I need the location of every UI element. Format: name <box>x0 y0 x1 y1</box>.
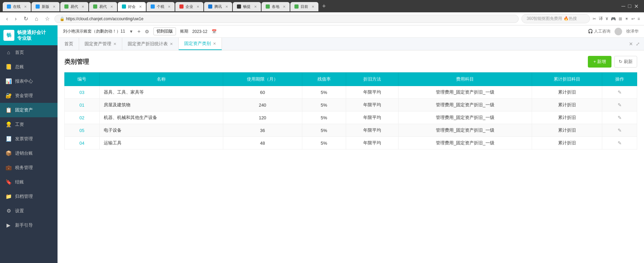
sidebar: 畅 畅捷通好会计 专业版 ⌂首页📒总账📊报表中心🔐资金管理📋固定资产👷工资🧾发票… <box>0 25 58 263</box>
capital-icon: 🔐 <box>5 93 12 99</box>
dropdown-icon[interactable]: ▼ <box>129 29 133 34</box>
payroll-icon: 👷 <box>5 121 12 128</box>
period-label: 账期 <box>180 28 188 34</box>
cell-depreciation-2: 累计折旧 <box>532 111 602 124</box>
sidebar-item-checkout[interactable]: 🔖结账 <box>0 175 58 189</box>
cell-method-1: 年限平均 <box>346 99 399 111</box>
reports-icon: 📊 <box>5 78 12 84</box>
sidebar-item-ledger[interactable]: 📒总账 <box>0 60 58 74</box>
account-name: 刘小艳演示账套（勿删勿动！）11 <box>63 28 125 34</box>
page-tab-fixed-mgmt[interactable]: 固定资产管理✕ <box>79 38 122 50</box>
sidebar-item-inventory[interactable]: 📦进销台账 <box>0 146 58 160</box>
cell-action-3: ✎ <box>602 124 637 137</box>
sidebar-label-inventory: 进销台账 <box>15 150 33 156</box>
cell-residual-0: 5% <box>302 86 346 99</box>
cell-depreciation-1: 累计折旧 <box>532 99 602 111</box>
back-button[interactable]: ‹ <box>4 15 10 23</box>
search-bar[interactable]: 360智能抠图免费用 🔥热搜 <box>521 14 590 23</box>
tax-icon: 💼 <box>5 165 12 171</box>
sidebar-label-home: 首页 <box>15 49 24 56</box>
sidebar-label-guide: 新手引导 <box>15 222 33 228</box>
browser-tab-t10[interactable]: 各地✕ <box>262 2 290 11</box>
cell-method-2: 年限平均 <box>346 111 399 124</box>
tab-expand-icon[interactable]: ⤢ <box>636 41 640 47</box>
sidebar-item-home[interactable]: ⌂首页 <box>0 45 58 60</box>
edit-button-0[interactable]: ✎ <box>618 89 622 95</box>
top-bar: 刘小艳演示账套（勿删勿动！）11 ▼ + ⚙ 切到旧版 账期 2023-12 📅… <box>58 25 644 38</box>
home-button[interactable]: ⌂ <box>33 15 40 23</box>
tab-label-fixed-depreciation: 固定资产折旧统计表 <box>128 41 168 47</box>
cell-action-0: ✎ <box>602 86 637 99</box>
table-row-0: 03 器具、工具、家具等 60 5% 年限平均 管理费用_固定资产折旧_一级 累… <box>65 86 637 99</box>
tab-close-fixed-mgmt[interactable]: ✕ <box>113 42 116 46</box>
url-bar[interactable]: 🔒 https://cloud.chanjet.com/accounting/u… <box>54 15 519 23</box>
sidebar-item-invoice[interactable]: 🧾发票管理 <box>0 132 58 146</box>
new-tab-button[interactable]: + <box>319 1 329 11</box>
cell-residual-3: 5% <box>302 124 346 137</box>
sidebar-item-payroll[interactable]: 👷工资 <box>0 117 58 132</box>
settings-icon[interactable]: ⚙ <box>145 29 149 34</box>
sidebar-item-guide[interactable]: ▶新手引导 <box>0 218 58 232</box>
tab-close-fixed-depreciation[interactable]: ✕ <box>170 42 173 46</box>
tab-minimize-icon[interactable]: ✕ <box>629 41 633 47</box>
tab-bar: 首页固定资产管理✕固定资产折旧统计表✕固定资产类别✕ ✕ ⤢ <box>58 38 644 50</box>
tab-close-fixed-category[interactable]: ✕ <box>213 41 216 46</box>
col-header-0: 编号 <box>65 73 100 86</box>
cell-period-0: 60 <box>223 86 302 99</box>
browser-tab-t1[interactable]: 在线✕ <box>3 2 31 11</box>
add-button[interactable]: + 新增 <box>588 56 611 68</box>
minimize-button[interactable]: ─ <box>621 3 625 10</box>
cell-name-4: 运输工具 <box>99 137 223 150</box>
sidebar-item-archive[interactable]: 📁归档管理 <box>0 189 58 204</box>
sidebar-label-fixed-assets: 固定资产 <box>15 107 33 113</box>
sidebar-item-tax[interactable]: 💼税务管理 <box>0 160 58 175</box>
consult-button[interactable]: 🎧 人工咨询 <box>588 28 610 34</box>
sidebar-item-reports[interactable]: 📊报表中心 <box>0 74 58 88</box>
cell-expense-0: 管理费用_固定资产折旧_一级 <box>399 86 532 99</box>
browser-tab-t2[interactable]: 新版✕ <box>31 2 60 11</box>
forward-button[interactable]: › <box>13 15 18 23</box>
cell-period-3: 36 <box>223 124 302 137</box>
sidebar-item-fixed-assets[interactable]: 📋固定资产 <box>0 103 58 117</box>
browser-tab-t4[interactable]: 易代✕ <box>89 2 117 11</box>
browser-tab-t11[interactable]: 目前✕ <box>290 2 318 11</box>
browser-tab-t9[interactable]: 畅提✕ <box>233 2 261 11</box>
cell-code-1: 01 <box>65 99 100 111</box>
sidebar-item-settings[interactable]: ⚙设置 <box>0 204 58 218</box>
page-tab-home[interactable]: 首页 <box>59 38 79 50</box>
reload-button[interactable]: ↻ <box>22 15 30 23</box>
settings-icon: ⚙ <box>5 208 12 214</box>
category-table: 编号名称使用期限（月）残值率折旧方法费用科目累计折旧科目操作 03 器具、工具、… <box>64 72 637 150</box>
browser-tab-t6[interactable]: 个税✕ <box>147 2 175 11</box>
cell-code-3: 05 <box>65 124 100 137</box>
sidebar-label-capital: 资金管理 <box>15 93 33 99</box>
top-bar-right: 🎧 人工咨询 徐泽华 <box>588 28 639 35</box>
col-header-2: 使用期限（月） <box>223 73 302 86</box>
browser-tab-t3[interactable]: 易代✕ <box>60 2 88 11</box>
maximize-button[interactable]: □ <box>628 3 631 10</box>
archive-icon: 📁 <box>5 193 12 200</box>
col-header-7: 操作 <box>602 73 637 86</box>
bookmark-button[interactable]: ☆ <box>43 15 52 23</box>
page-tab-fixed-depreciation[interactable]: 固定资产折旧统计表✕ <box>122 38 179 50</box>
cell-code-0: 03 <box>65 86 100 99</box>
close-window-button[interactable]: ✕ <box>634 3 639 10</box>
browser-tab-t7[interactable]: 企业✕ <box>175 2 203 11</box>
invoice-icon: 🧾 <box>5 136 12 142</box>
edit-button-1[interactable]: ✎ <box>618 102 622 108</box>
edit-button-4[interactable]: ✎ <box>618 140 622 146</box>
edit-button-2[interactable]: ✎ <box>618 115 622 120</box>
switch-version-button[interactable]: 切到旧版 <box>153 27 176 35</box>
refresh-button[interactable]: ↻ 刷新 <box>614 56 637 68</box>
sidebar-item-capital[interactable]: 🔐资金管理 <box>0 88 58 103</box>
ledger-icon: 📒 <box>5 64 12 70</box>
page-tab-fixed-category[interactable]: 固定资产类别✕ <box>179 38 222 50</box>
cell-residual-2: 5% <box>302 111 346 124</box>
calendar-icon[interactable]: 📅 <box>212 29 217 34</box>
cell-depreciation-0: 累计折旧 <box>532 86 602 99</box>
edit-button-3[interactable]: ✎ <box>618 128 622 133</box>
browser-tab-t8[interactable]: 腾讯✕ <box>204 2 232 11</box>
browser-tab-t5[interactable]: 好会✕ <box>118 2 146 11</box>
cell-method-0: 年限平均 <box>346 86 399 99</box>
add-account-button[interactable]: + <box>137 28 140 35</box>
